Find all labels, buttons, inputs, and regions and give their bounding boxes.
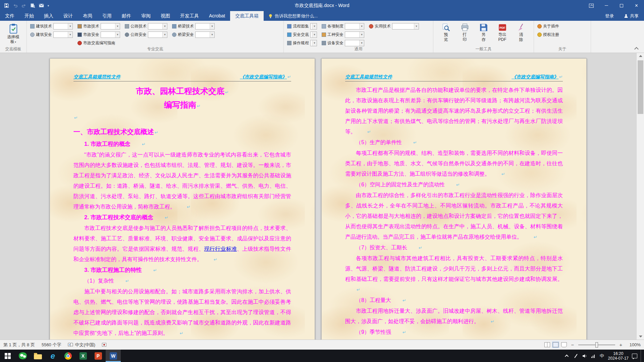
zoom-slider-thumb[interactable] — [595, 342, 598, 348]
safety-briefing-combobox[interactable]: ▾ — [310, 32, 317, 38]
ribbon-item-bridge-tech[interactable]: 桥梁技术 ▾ — [172, 23, 215, 29]
tab-file[interactable]: 文件 — [0, 11, 19, 21]
zoom-slider[interactable] — [578, 345, 615, 345]
bridge-safety-combobox[interactable]: ▾ — [195, 32, 215, 38]
ribbon-display-options-icon[interactable] — [584, 0, 599, 11]
notification-center-icon[interactable] — [632, 354, 637, 358]
web-layout-icon[interactable] — [561, 342, 567, 347]
municipal-tech-combobox[interactable]: ▾ — [101, 23, 120, 29]
macro-record-icon[interactable] — [99, 340, 110, 350]
tray-speaker-icon[interactable] — [582, 354, 587, 358]
ribbon-item-highway-tech[interactable]: 公路技术 ▾ — [125, 23, 167, 29]
taskbar-ie-icon[interactable]: e — [45, 350, 60, 362]
doc-hyperlink[interactable]: 现行行业标准 — [204, 246, 237, 252]
read-mode-icon[interactable] — [544, 342, 550, 347]
share-button[interactable]: 共享 — [619, 11, 644, 21]
ime-indicator[interactable]: 中 — [599, 353, 605, 359]
tray-network-icon[interactable] — [591, 354, 596, 358]
save-as-button[interactable]: 另 存 — [474, 21, 493, 47]
license-register-button[interactable]: 授权注册 — [537, 31, 559, 38]
equipment-safety-combobox[interactable]: ▾ — [345, 40, 364, 46]
ribbon-item-bridge-safety[interactable]: 桥梁安全 ▾ — [172, 31, 215, 38]
mail-icon[interactable] — [38, 2, 45, 9]
tray-pen-icon[interactable] — [573, 354, 579, 358]
page-2[interactable]: 交底工具箱规范性文件 《市政交底编写指南》↵ 市政工程产品是根据产品各自的功能和… — [321, 58, 587, 340]
proofing-language[interactable]: 中文(中国) — [64, 340, 99, 350]
scroll-up-icon[interactable] — [637, 53, 644, 59]
ribbon-item-safety-briefing[interactable]: 安全交底 ▾ — [287, 31, 317, 38]
bridge-tech-combobox[interactable]: ▾ — [195, 23, 215, 29]
taskbar-wechat-icon[interactable] — [15, 350, 30, 362]
tab-insert[interactable]: 插入 — [39, 11, 58, 21]
word-count[interactable]: 5560 个字 — [38, 340, 65, 350]
print-layout-icon[interactable] — [553, 342, 558, 347]
minimize-button[interactable] — [599, 0, 614, 11]
page-1[interactable]: 交底工具箱规范性文件 《市政交底编写指南》↵ 市政、园林工程技术交底↵ 编写指南… — [50, 58, 315, 340]
regulations-combobox[interactable]: ▾ — [345, 23, 364, 29]
ribbon-item-trade-safety[interactable]: 工种安全 ▾ — [322, 31, 364, 38]
tab-developer[interactable]: 开发工具 — [175, 11, 204, 21]
show-desktop-button[interactable] — [641, 350, 643, 362]
collapse-ribbon-icon[interactable] — [633, 46, 639, 51]
ribbon-item-highway-safety[interactable]: 公路安全 ▾ — [125, 31, 167, 38]
ribbon-item-municipal-safety[interactable]: 市政安全 ▾ — [77, 31, 120, 38]
tab-briefing-toolbox[interactable]: 交底工具箱 — [230, 11, 264, 21]
taskbar-file-explorer-icon[interactable] — [30, 350, 45, 362]
vertical-scrollbar[interactable] — [636, 53, 644, 340]
start-button[interactable] — [0, 350, 15, 362]
select-template-button[interactable]: 选择模板▾ — [3, 22, 24, 47]
trade-safety-combobox[interactable]: ▾ — [345, 32, 364, 38]
clear-button[interactable]: 清 除 — [512, 21, 531, 47]
tell-me-box[interactable]: 告诉我您想要做什么... — [264, 11, 322, 21]
building-tech-combobox[interactable]: ▾ — [53, 23, 73, 29]
undo-icon[interactable] — [11, 2, 19, 9]
municipal-safety-combobox[interactable]: ▾ — [101, 32, 120, 38]
qat-customize-icon[interactable]: ▾ — [46, 2, 50, 9]
ribbon-item-regulations[interactable]: 各项制度 ▾ — [322, 23, 364, 29]
ribbon-item-building-safety[interactable]: 建筑安全 ▾ — [30, 31, 73, 38]
redo-icon[interactable] — [20, 2, 28, 9]
ribbon-item-building-tech[interactable]: 建筑技术 ▾ — [30, 23, 73, 29]
maximize-button[interactable] — [614, 0, 629, 11]
ribbon-item-equipment-safety[interactable]: 设备安全 ▾ — [322, 40, 364, 46]
ribbon-item-operation-rules[interactable]: 操作规程 ▾ — [287, 40, 317, 46]
tab-design[interactable]: 设计 — [58, 11, 78, 21]
tab-layout[interactable]: 布局 — [78, 11, 97, 21]
tab-review[interactable]: 审阅 — [136, 11, 156, 21]
ribbon-item-practical-tech[interactable]: 实用技术 ▾ — [369, 23, 419, 29]
zoom-in-button[interactable]: + — [618, 342, 624, 348]
highway-tech-combobox[interactable]: ▾ — [148, 23, 167, 29]
scroll-down-icon[interactable] — [637, 334, 644, 340]
scrollbar-thumb[interactable] — [638, 60, 643, 114]
zoom-out-button[interactable]: − — [570, 342, 576, 348]
sign-in-button[interactable]: 登录 — [600, 11, 619, 21]
tray-chevron-up-icon[interactable] — [565, 355, 570, 357]
about-plugin-button[interactable]: 关于插件 — [537, 23, 559, 29]
preview-button[interactable]: 预 览 — [437, 21, 455, 47]
operation-rules-combobox[interactable]: ▾ — [310, 40, 317, 46]
ribbon-item-flowchart-collection[interactable]: 流程图集 ▾ — [287, 23, 317, 29]
save-icon[interactable] — [3, 2, 10, 9]
tab-home[interactable]: 开始 — [19, 11, 39, 21]
tab-view[interactable]: 视图 — [156, 11, 175, 21]
highway-safety-combobox[interactable]: ▾ — [148, 32, 167, 38]
tab-mailings[interactable]: 邮件 — [117, 11, 136, 21]
tab-acrobat[interactable]: Acrobat — [204, 11, 230, 21]
print-preview-icon[interactable] — [29, 2, 36, 9]
taskbar-clock[interactable]: 16:20 2024-07-17 — [608, 351, 629, 361]
practical-tech-combobox[interactable]: ▾ — [392, 23, 419, 29]
taskbar-excel-icon[interactable]: X — [75, 350, 91, 362]
page-indicator[interactable]: 第 1 页，共 8 页 — [0, 340, 38, 350]
ribbon-item-municipal-tech[interactable]: 市政技术 ▾ — [77, 23, 120, 29]
building-safety-combobox[interactable]: ▾ — [53, 32, 73, 38]
print-button[interactable]: 打 印 — [455, 21, 474, 47]
close-button[interactable]: × — [629, 0, 644, 11]
tab-references[interactable]: 引用 — [97, 11, 117, 21]
flowchart-combobox[interactable]: ▾ — [310, 23, 317, 29]
export-pdf-button[interactable]: PDF 导出 PDF — [493, 21, 512, 47]
taskbar-word-icon[interactable]: W — [106, 350, 121, 362]
zoom-percent[interactable]: 100% — [627, 342, 641, 347]
municipal-guide-button[interactable]: 市政交底编写指南 — [77, 40, 120, 46]
taskbar-powerpoint-icon[interactable]: P — [91, 350, 106, 362]
taskbar-chrome-icon[interactable] — [60, 350, 75, 362]
